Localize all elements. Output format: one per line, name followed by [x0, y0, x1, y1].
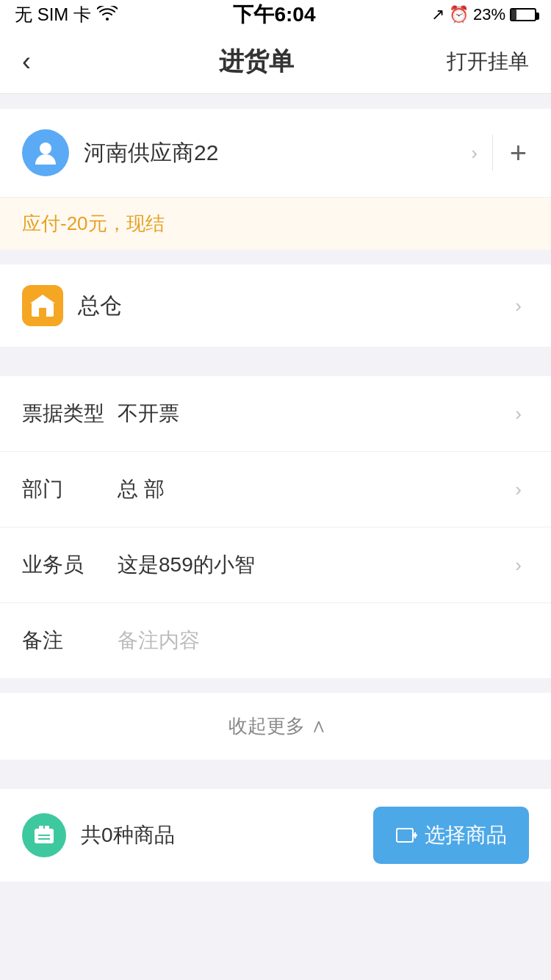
department-row[interactable]: 部门 总 部 › — [0, 452, 551, 527]
warehouse-chevron-icon: › — [515, 295, 522, 317]
supplier-card: 河南供应商22 › + 应付-20元，现结 — [0, 109, 551, 250]
svg-rect-3 — [39, 308, 46, 317]
select-product-label: 选择商品 — [425, 821, 507, 849]
alarm-icon: ⏰ — [449, 5, 469, 24]
wifi-icon — [97, 4, 118, 25]
invoice-type-label: 票据类型 — [22, 400, 118, 428]
select-product-button[interactable]: 选择商品 — [373, 807, 529, 864]
product-row: 共0种商品 选择商品 — [0, 789, 551, 882]
status-bar: 无 SIM 卡 下午6:04 ↗ ⏰ 23% — [0, 0, 551, 29]
department-value: 总 部 — [118, 475, 515, 503]
bottom-area — [0, 882, 551, 980]
salesperson-row[interactable]: 业务员 这是859的小智 › — [0, 527, 551, 603]
supplier-chevron-icon: › — [471, 142, 478, 165]
invoice-type-row[interactable]: 票据类型 不开票 › — [0, 376, 551, 452]
open-pending-button[interactable]: 打开挂单 — [447, 48, 529, 76]
remark-label: 备注 — [22, 627, 118, 655]
salesperson-label: 业务员 — [22, 551, 118, 579]
page-title: 进货单 — [219, 45, 294, 79]
svg-point-0 — [40, 143, 51, 154]
svg-marker-2 — [30, 295, 55, 303]
remark-row[interactable]: 备注 备注内容 — [0, 603, 551, 678]
collapse-label: 收起更多 ∧ — [228, 713, 326, 739]
add-supplier-button[interactable]: + — [492, 134, 529, 171]
product-icon — [22, 813, 66, 857]
supplier-avatar — [22, 129, 69, 176]
back-button[interactable]: ‹ — [22, 46, 66, 77]
section-gap-4 — [0, 760, 551, 774]
warehouse-name: 总仓 — [78, 291, 515, 321]
salesperson-chevron-icon: › — [515, 554, 522, 577]
warehouse-icon — [22, 285, 63, 326]
sim-status: 无 SIM 卡 — [15, 3, 91, 26]
product-left: 共0种商品 — [22, 813, 175, 857]
section-gap-3 — [0, 347, 551, 361]
svg-rect-6 — [45, 826, 49, 832]
invoice-type-value: 不开票 — [118, 400, 515, 428]
invoice-type-chevron-icon: › — [515, 403, 522, 425]
status-time: 下午6:04 — [233, 1, 315, 29]
section-gap-2 — [0, 250, 551, 264]
svg-rect-5 — [39, 826, 43, 832]
department-chevron-icon: › — [515, 478, 522, 501]
section-gap-1 — [0, 94, 551, 109]
warehouse-row[interactable]: 总仓 › — [0, 264, 551, 347]
form-section: 票据类型 不开票 › 部门 总 部 › 业务员 这是859的小智 › 备注 备注… — [0, 376, 551, 678]
svg-rect-9 — [397, 829, 413, 842]
status-left: 无 SIM 卡 — [15, 3, 118, 26]
battery-icon — [510, 8, 536, 21]
product-count: 共0种商品 — [81, 821, 175, 849]
battery-percent: 23% — [473, 5, 505, 24]
supplier-row[interactable]: 河南供应商22 › + — [0, 109, 551, 198]
status-right: ↗ ⏰ 23% — [431, 5, 536, 24]
salesperson-value: 这是859的小智 — [118, 551, 515, 579]
supplier-notice: 应付-20元，现结 — [0, 198, 551, 250]
supplier-name: 河南供应商22 — [84, 138, 471, 168]
location-icon: ↗ — [431, 5, 444, 24]
nav-bar: ‹ 进货单 打开挂单 — [0, 29, 551, 94]
department-label: 部门 — [22, 475, 118, 503]
collapse-button[interactable]: 收起更多 ∧ — [0, 693, 551, 760]
remark-value[interactable]: 备注内容 — [118, 627, 529, 655]
